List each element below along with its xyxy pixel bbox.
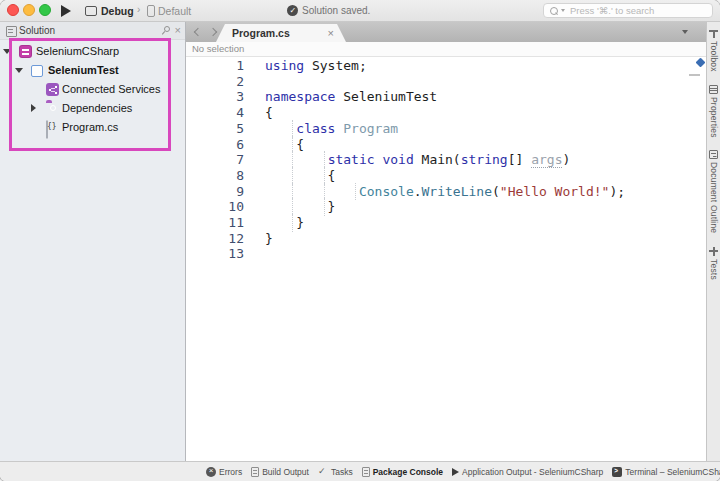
run-target-icon (147, 5, 155, 17)
dock-tab-toolbox[interactable]: Toolbox (709, 29, 719, 72)
application-output-icon (452, 468, 459, 476)
tree-item-program-cs[interactable]: Program.cs (0, 118, 185, 137)
vs-mac-window: Debug › Default Solution saved. Solution… (0, 0, 720, 481)
indent-guide (355, 183, 356, 201)
code-line: 3namespace SeleniumTest (186, 89, 706, 105)
editor-tabbar: Program.cs × (186, 22, 706, 42)
toolbox-icon (709, 29, 718, 38)
check-icon (287, 5, 298, 16)
dock-tab-application-output-seleniumcsharp[interactable]: Application Output - SeleniumCSharp (452, 467, 603, 477)
line-number[interactable]: 2 (186, 74, 244, 90)
code-editor[interactable]: 1using System;2 3namespace SeleniumTest4… (186, 57, 706, 461)
csharp-file-icon (46, 120, 48, 139)
window-minimize-button[interactable] (23, 4, 35, 16)
titlebar: Debug › Default Solution saved. (0, 0, 720, 22)
tab-label: Program.cs (232, 27, 290, 39)
configuration-selector[interactable]: Debug (101, 5, 134, 17)
window-zoom-button[interactable] (39, 4, 51, 16)
search-input[interactable] (568, 4, 706, 17)
dock-tab-terminal-seleniumcsharp[interactable]: Terminal – SeleniumCSharp (612, 467, 720, 477)
line-number[interactable]: 10 (186, 199, 244, 215)
pin-icon[interactable] (161, 26, 170, 35)
code-line: 6 { (186, 137, 706, 153)
solution-tree[interactable]: SeleniumCSharpSeleniumTestConnected Serv… (0, 40, 185, 137)
line-number[interactable]: 11 (186, 215, 244, 231)
line-number[interactable]: 9 (186, 184, 244, 200)
navigate-forward-icon[interactable] (209, 28, 217, 36)
dock-tab-label: Tasks (331, 467, 353, 477)
line-number[interactable]: 5 (186, 121, 244, 137)
dock-tab-document-outline[interactable]: Document Outline (709, 150, 719, 233)
code-line-text: Console.WriteLine("Hello World!"); (265, 184, 625, 200)
dock-tab-properties[interactable]: Properties (709, 85, 719, 138)
right-dock: ToolboxPropertiesDocument OutlineTests (706, 22, 720, 461)
terminal-icon (612, 467, 622, 477)
window-close-button[interactable] (7, 4, 19, 16)
code-line-text: namespace SeleniumTest (265, 89, 437, 105)
code-line: 10 } (186, 199, 706, 215)
disclosure-expanded-icon[interactable] (15, 68, 23, 73)
document-outline-icon (709, 150, 718, 159)
tab-list-dropdown-icon[interactable] (682, 30, 688, 34)
tree-item-label: Connected Services (62, 80, 160, 99)
line-number[interactable]: 4 (186, 105, 244, 121)
dock-tab-label: Build Output (262, 467, 309, 477)
code-line-text: static void Main(string[] args) (265, 152, 570, 168)
disclosure-expanded-icon[interactable] (3, 49, 11, 54)
line-number[interactable]: 6 (186, 137, 244, 153)
line-number[interactable]: 1 (186, 58, 244, 74)
dock-tab-tests[interactable]: Tests (709, 247, 719, 280)
code-line-text: } (265, 199, 335, 215)
line-number[interactable]: 7 (186, 152, 244, 168)
configuration-icon (85, 6, 97, 16)
line-number[interactable]: 3 (186, 89, 244, 105)
tree-item-label: SeleniumTest (48, 61, 119, 80)
tree-item-dependencies[interactable]: Dependencies (0, 99, 185, 118)
run-button[interactable] (61, 5, 71, 17)
search-box[interactable] (543, 3, 713, 18)
tree-item-label: Program.cs (62, 118, 118, 137)
code-line-text: } (265, 231, 273, 247)
code-line: 9 Console.WriteLine("Hello World!"); (186, 184, 706, 200)
solution-icon (19, 45, 32, 58)
solution-pad-title: Solution (19, 25, 55, 36)
code-line-text: } (265, 215, 304, 231)
code-line: 13 (186, 246, 706, 262)
tree-item-seleniumcsharp[interactable]: SeleniumCSharp (0, 42, 185, 61)
code-line-text: { (265, 105, 273, 121)
run-target-selector[interactable]: Default (158, 5, 191, 17)
dock-tab-tasks[interactable]: Tasks (318, 467, 353, 477)
code-line-text (265, 74, 273, 90)
line-number[interactable]: 13 (186, 246, 244, 262)
tree-item-label: SeleniumCSharp (36, 42, 119, 61)
code-line: 1using System; (186, 58, 706, 74)
dock-tab-label: Properties (709, 97, 719, 138)
breadcrumb: No selection (186, 42, 706, 57)
dock-tab-errors[interactable]: Errors (206, 467, 242, 477)
dock-tab-package-console[interactable]: Package Console (362, 467, 443, 477)
tab-close-icon[interactable]: × (328, 24, 334, 42)
tab-program-cs[interactable]: Program.cs × (216, 24, 346, 42)
pad-close-icon[interactable]: × (175, 23, 181, 38)
tree-item-seleniumtest[interactable]: SeleniumTest (0, 61, 185, 80)
tree-item-connected-services[interactable]: Connected Services (0, 80, 185, 99)
dock-tab-label: Application Output - SeleniumCSharp (462, 467, 603, 477)
project-icon (31, 65, 43, 77)
navigate-back-icon[interactable] (194, 28, 202, 36)
code-line-text: { (265, 168, 335, 184)
tasks-icon (318, 467, 328, 477)
indent-guide (292, 214, 293, 232)
tests-icon (709, 247, 718, 256)
code-line-text: class Program (265, 121, 398, 137)
disclosure-collapsed-icon[interactable] (31, 104, 36, 112)
search-icon (550, 7, 558, 15)
line-number[interactable]: 8 (186, 168, 244, 184)
dock-tab-build-output[interactable]: Build Output (251, 467, 309, 477)
solution-pad-icon (6, 26, 17, 37)
code-line: 11 } (186, 215, 706, 231)
dock-tab-label: Package Console (373, 467, 443, 477)
code-line-text: { (265, 137, 304, 153)
build-output-icon (251, 467, 259, 477)
scrollbar-caret-marker (689, 74, 700, 76)
line-number[interactable]: 12 (186, 231, 244, 247)
